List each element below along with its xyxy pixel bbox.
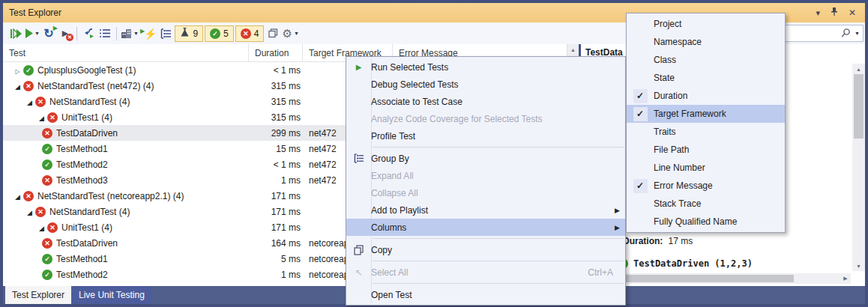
group-by-project-button[interactable]: ▼ [121,25,139,42]
menu-item-expand-all: Expand All [346,167,625,184]
menu-item-add-to-playlist[interactable]: Add to Playlist ▶ [346,201,625,219]
expander-icon[interactable] [24,97,35,106]
test-name: UnitTest1 (4) [61,112,112,123]
run-tests-after-build-button[interactable] [81,25,96,42]
scroll-up-icon[interactable]: ▲ [567,44,579,55]
menu-item-label: Select All [371,267,588,278]
menu-item-label: Analyze Code Coverage for Selected Tests [371,114,625,124]
run-dropdown-chevron-icon[interactable]: ▼ [34,31,40,36]
menu-item-label: Open Test [371,290,625,300]
search-input[interactable] [785,25,841,41]
menu-separator [373,261,624,261]
menu-item-run-selected-tests[interactable]: ▶ Run Selected Tests [346,58,625,76]
window-menu-chevron-icon[interactable]: ▾ [816,9,820,17]
submenu-item-stack-trace[interactable]: Stack Trace [627,195,785,213]
expander-icon[interactable] [24,207,35,216]
menu-item-debug-selected-tests[interactable]: Debug Selected Tests [346,76,625,93]
run-all-tests-button[interactable] [8,25,23,42]
submenu-item-class[interactable]: Class [627,51,785,69]
menu-separator [373,238,624,239]
detail-result-case[interactable]: TestDataDriven (1,2,3) [618,258,753,269]
duration-cell: 299 ms [249,128,303,139]
menu-item-columns[interactable]: Columns ▶ [346,219,625,236]
group-dropdown-chevron-icon[interactable]: ▼ [133,31,139,36]
duration-cell: 315 ms [249,81,303,91]
close-icon[interactable]: ✕ [849,8,856,17]
test-name: NetStandardTest (net472) (4) [37,81,154,91]
scroll-right-icon[interactable]: ▶ [840,276,851,282]
scrollbar-thumb[interactable] [612,275,794,282]
test-name: TestMethod1 [56,144,108,154]
pin-icon[interactable] [831,7,838,18]
duration-cell: 164 ms [249,238,303,249]
settings-button[interactable]: ⚙ ▼ [282,25,298,42]
live-unit-testing-button[interactable]: ▶ ⚡ [140,25,157,42]
layers-button[interactable] [265,25,280,42]
cancel-x-icon: ✕ [66,34,73,41]
menu-item-label: Target Framework [654,109,785,119]
toolbar-separator [116,27,117,40]
menu-item-copy[interactable]: Copy [346,241,625,258]
menu-item-label: Copy [371,245,625,255]
expander-icon[interactable] [12,192,23,201]
repeat-last-run-button[interactable]: ↻ ▶ [41,25,56,42]
failed-tests-toggle[interactable]: ✕ 4 [235,25,265,42]
expander-icon[interactable] [36,113,47,122]
test-name: TestDataDriven [56,128,118,139]
menu-item-group-by[interactable]: Group By [346,150,625,167]
search-box[interactable]: ▼ [784,25,864,42]
scrollbar-thumb[interactable] [854,74,864,139]
duration-label: Duration: [623,236,663,246]
hierarchy-view-button[interactable] [158,25,173,42]
scrollbar-track[interactable] [593,273,840,284]
passed-tests-toggle[interactable]: ✓ 5 [205,25,234,42]
submenu-item-namespace[interactable]: Namespace [627,33,785,51]
test-explorer-window: Test Explorer ▾ ✕ ▼ ↻ ▶ ▶ [0,0,868,307]
passed-icon [42,159,52,170]
tab-test-explorer[interactable]: Test Explorer [5,286,71,304]
menu-item-label: Duration [654,91,785,101]
submenu-item-target-framework[interactable]: ✓ Target Framework [627,105,785,123]
submenu-item-state[interactable]: State [627,69,785,87]
submenu-item-fully-qualified-name[interactable]: Fully Qualified Name [627,213,785,231]
expander-icon[interactable] [12,82,23,91]
submenu-item-duration[interactable]: ✓ Duration [627,87,785,105]
menu-item-analyze-code-coverage: Analyze Code Coverage for Selected Tests [346,110,625,127]
total-tests-toggle[interactable]: 9 [175,25,203,42]
menu-item-label: Run Selected Tests [371,62,625,73]
menu-item-open-test[interactable]: Open Test [346,286,625,303]
scroll-up-icon[interactable]: ▲ [852,64,865,74]
detail-vertical-scrollbar[interactable]: ▲ ▼ [852,64,865,271]
columns-submenu: Project Namespace Class State ✓ Duration… [626,13,786,233]
menu-item-associate-to-test-case[interactable]: Associate to Test Case [346,93,625,110]
search-dropdown-chevron-icon[interactable]: ▼ [855,31,860,36]
submenu-item-line-number[interactable]: Line Number [627,159,785,177]
menu-item-profile-test[interactable]: Profile Test [346,127,625,145]
settings-dropdown-chevron-icon[interactable]: ▼ [294,31,299,36]
expander-icon[interactable] [12,66,23,75]
submenu-item-file-path[interactable]: File Path [627,141,785,159]
submenu-item-error-message[interactable]: ✓ Error Message [627,177,785,195]
menu-separator [373,283,624,284]
checkmark-icon: ✓ [633,107,648,121]
duration-cell: < 1 ms [249,65,303,76]
column-header-test[interactable]: Test [3,44,249,61]
search-icon[interactable] [841,27,851,40]
submenu-item-traits[interactable]: Traits [627,123,785,141]
tab-live-unit-testing[interactable]: Live Unit Testing [72,286,151,304]
column-header-duration[interactable]: Duration [249,44,303,61]
duration-cell: 171 ms [249,191,303,201]
expander-icon[interactable] [36,223,47,232]
duration-cell: 171 ms [249,207,303,217]
scroll-down-icon[interactable]: ▼ [852,261,865,271]
playlist-button[interactable] [97,25,112,42]
submenu-item-project[interactable]: Project [627,15,785,33]
menu-item-label: Group By [371,154,625,164]
cancel-run-button[interactable]: ▶ ✕ [58,25,73,42]
menu-item-label: State [654,73,785,83]
run-tests-button[interactable]: ▼ [25,25,40,42]
passed-icon [42,144,52,154]
duration-cell: 15 ms [249,144,303,154]
menu-item-label: Stack Trace [654,198,785,209]
menu-item-label: Associate to Test Case [371,97,625,107]
